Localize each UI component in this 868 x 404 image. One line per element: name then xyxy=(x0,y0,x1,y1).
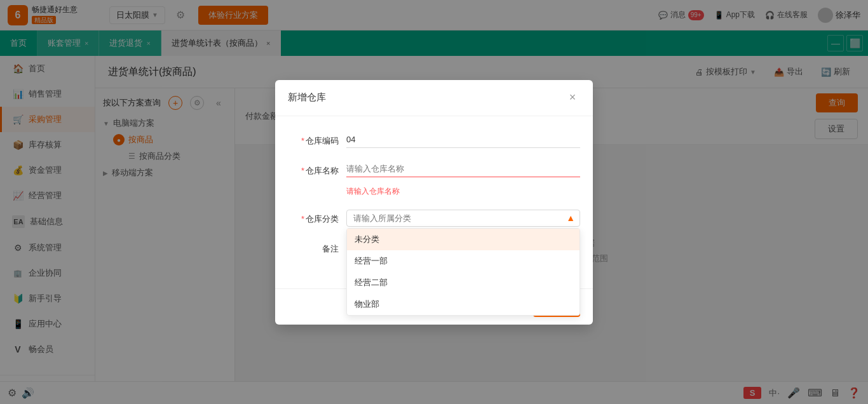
modal-body: 仓库编码 仓库名称 请输入仓库名称 仓库分类 ▲ xyxy=(275,116,593,288)
category-dropdown-arrow[interactable]: ▲ xyxy=(566,213,575,223)
modal-overlay[interactable]: 新增仓库 × 仓库编码 仓库名称 请输入仓库名称 仓库分类 xyxy=(0,0,868,404)
dropdown-item-dept2[interactable]: 经营二部 xyxy=(347,272,580,293)
modal-close-button[interactable]: × xyxy=(565,90,580,105)
warehouse-code-input[interactable] xyxy=(346,131,580,148)
name-label: 仓库名称 xyxy=(288,161,339,177)
dropdown-item-unclassified[interactable]: 未分类 xyxy=(347,229,580,250)
remark-label: 备注 xyxy=(288,239,339,255)
modal-title: 新增仓库 xyxy=(288,91,326,104)
form-row-category: 仓库分类 ▲ 未分类 经营一部 经营二部 物业部 xyxy=(288,210,580,227)
code-label: 仓库编码 xyxy=(288,131,339,147)
modal-new-warehouse: 新增仓库 × 仓库编码 仓库名称 请输入仓库名称 仓库分类 xyxy=(275,80,593,325)
category-select-wrap: ▲ 未分类 经营一部 经营二部 物业部 xyxy=(346,210,580,227)
dropdown-item-dept3[interactable]: 物业部 xyxy=(347,293,580,315)
category-select-input[interactable] xyxy=(346,210,580,227)
name-error-message: 请输入仓库名称 xyxy=(346,186,400,197)
form-row-name: 仓库名称 请输入仓库名称 xyxy=(288,161,580,197)
modal-header: 新增仓库 × xyxy=(275,80,593,116)
dropdown-item-dept1[interactable]: 经营一部 xyxy=(347,250,580,272)
name-error-wrap: 请输入仓库名称 xyxy=(346,185,400,197)
form-row-code: 仓库编码 xyxy=(288,131,580,148)
warehouse-name-input[interactable] xyxy=(346,161,580,177)
category-label: 仓库分类 xyxy=(288,210,339,225)
category-dropdown-list: 未分类 经营一部 经营二部 物业部 xyxy=(346,228,580,316)
